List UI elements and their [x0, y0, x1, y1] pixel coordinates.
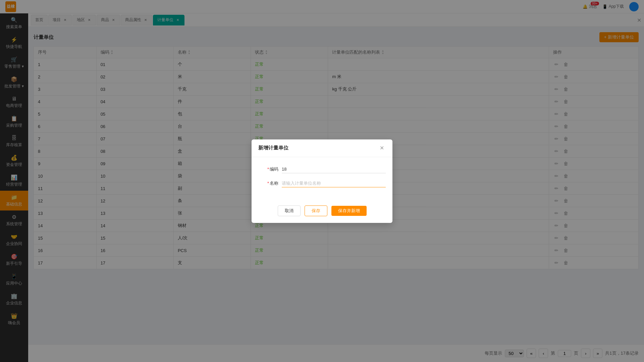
modal-overlay: 新增计量单位 ✕ *编码 *名称 取消 保存 保存并新增	[0, 0, 644, 362]
name-input[interactable]	[282, 179, 386, 187]
code-field-row: *编码	[258, 165, 386, 173]
code-input[interactable]	[282, 165, 386, 173]
modal-close-btn[interactable]: ✕	[378, 144, 386, 152]
code-required-star: *	[267, 167, 269, 172]
modal-header: 新增计量单位 ✕	[252, 139, 392, 157]
name-required-star: *	[267, 181, 269, 186]
add-unit-modal: 新增计量单位 ✕ *编码 *名称 取消 保存 保存并新增	[252, 139, 392, 223]
code-label: *编码	[258, 166, 278, 172]
save-button[interactable]: 保存	[305, 205, 327, 216]
modal-footer: 取消 保存 保存并新增	[252, 201, 392, 223]
name-field-row: *名称	[258, 179, 386, 187]
modal-body: *编码 *名称	[252, 157, 392, 201]
name-label: *名称	[258, 180, 278, 186]
modal-title: 新增计量单位	[258, 145, 288, 151]
cancel-button[interactable]: 取消	[278, 205, 301, 216]
save-and-new-button[interactable]: 保存并新增	[331, 206, 367, 216]
